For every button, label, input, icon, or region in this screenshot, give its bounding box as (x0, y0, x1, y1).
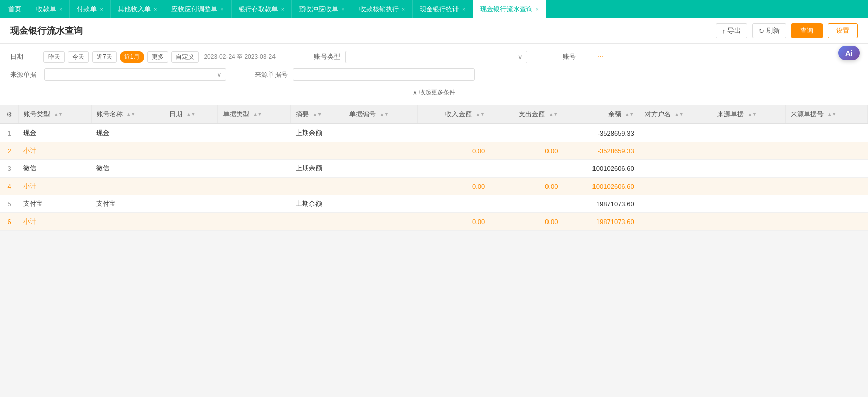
row-account-type: 小计 (18, 142, 91, 160)
table-col-summary: 摘要 ▲▼ (291, 105, 344, 124)
table-row: 6小计0.000.0019871073.60 (0, 213, 868, 231)
sort-date[interactable]: ▲▼ (187, 112, 196, 117)
row-doc-type (218, 142, 291, 160)
row-doc-type (218, 213, 291, 231)
row-source-doc (712, 195, 785, 213)
sort-counterpart[interactable]: ▲▼ (675, 112, 684, 117)
date-btn-today[interactable]: 今天 (68, 51, 89, 63)
account-type-arrow-icon: ∨ (518, 53, 523, 61)
source-doc-arrow-icon: ∨ (217, 71, 222, 78)
row-source-doc (712, 142, 785, 160)
date-btn-custom[interactable]: 自定义 (171, 51, 199, 63)
row-doc-type (218, 160, 291, 178)
nav-tab-7[interactable]: 现金银行统计 × (413, 0, 473, 18)
table-col-gear[interactable]: ⚙ (0, 105, 18, 124)
nav-tab-8[interactable]: 现金银行流水查询 × (473, 0, 546, 18)
data-table: ⚙ 账号类型 ▲▼ 账号名称 ▲▼ 日期 ▲▼ 单据类型 ▲▼ (0, 105, 868, 231)
row-date (164, 160, 217, 178)
ai-badge[interactable]: Ai (838, 46, 860, 60)
table-col-income: 收入金额 ▲▼ (417, 105, 490, 124)
row-expenditure: 0.00 (490, 142, 563, 160)
row-doc-no (344, 124, 417, 142)
close-tab-5-icon[interactable]: × (341, 6, 344, 12)
row-counterpart (639, 142, 712, 160)
top-nav: 首页 收款单 × 付款单 × 其他收入单 × 应收应付调整单 × 银行存取款单 … (0, 0, 868, 18)
sort-doc-type[interactable]: ▲▼ (253, 112, 262, 117)
row-date (164, 195, 217, 213)
account-dots-button[interactable]: ··· (593, 50, 608, 63)
row-doc-no (344, 178, 417, 195)
nav-tab-6[interactable]: 收款核销执行 × (352, 0, 413, 18)
sort-doc-no[interactable]: ▲▼ (380, 112, 389, 117)
date-btn-7days[interactable]: 近7天 (92, 51, 117, 63)
row-counterpart (639, 160, 712, 178)
account-type-select[interactable]: ∨ (345, 51, 527, 63)
date-label: 日期 (10, 52, 35, 61)
table-row: 4小计0.000.00100102606.60 (0, 178, 868, 195)
close-tab-2-icon[interactable]: × (154, 6, 157, 12)
nav-tab-0[interactable]: 收款单 × (29, 0, 70, 18)
row-balance: 100102606.60 (563, 178, 639, 195)
close-tab-4-icon[interactable]: × (281, 6, 284, 12)
sort-source-doc-no[interactable]: ▲▼ (827, 112, 836, 117)
table-row: 5支付宝支付宝上期余额19871073.60 (0, 195, 868, 213)
row-summary: 上期余额 (291, 195, 344, 213)
source-doc-select[interactable]: ∨ (44, 68, 226, 81)
close-tab-8-icon[interactable]: × (536, 6, 539, 12)
header-actions: ↑ 导出 ↻ 刷新 查询 设置 (716, 23, 858, 38)
row-income (417, 124, 490, 142)
date-btn-more[interactable]: 更多 (147, 51, 168, 63)
row-source-doc (712, 124, 785, 142)
row-income: 0.00 (417, 178, 490, 195)
table-row: 2小计0.000.00-3528659.33 (0, 142, 868, 160)
close-tab-3-icon[interactable]: × (220, 6, 223, 12)
nav-tab-1[interactable]: 付款单 × (70, 0, 110, 18)
sort-summary[interactable]: ▲▼ (313, 112, 322, 117)
table-row: 3微信微信上期余额100102606.60 (0, 160, 868, 178)
date-btn-1month[interactable]: 近1月 (120, 51, 145, 63)
nav-tab-4[interactable]: 银行存取款单 × (232, 0, 292, 18)
export-button[interactable]: ↑ 导出 (716, 23, 748, 38)
nav-tab-3[interactable]: 应收应付调整单 × (164, 0, 231, 18)
row-idx: 3 (0, 160, 18, 178)
collapse-up-icon: ∧ (413, 89, 417, 96)
row-counterpart (639, 124, 712, 142)
close-tab-0-icon[interactable]: × (59, 6, 62, 12)
row-income (417, 195, 490, 213)
sort-expenditure[interactable]: ▲▼ (549, 112, 558, 117)
row-counterpart (639, 178, 712, 195)
row-expenditure (490, 195, 563, 213)
close-tab-7-icon[interactable]: × (462, 6, 465, 12)
account-type-label: 账号类型 (314, 52, 340, 61)
settings-button[interactable]: 设置 (828, 23, 858, 38)
source-doc-label: 来源单据 (10, 70, 36, 79)
nav-tab-2[interactable]: 其他收入单 × (111, 0, 164, 18)
sort-income[interactable]: ▲▼ (476, 112, 485, 117)
row-source-doc (712, 160, 785, 178)
nav-tab-5[interactable]: 预收冲应收单 × (292, 0, 352, 18)
page-title: 现金银行流水查询 (10, 25, 83, 37)
nav-home[interactable]: 首页 (0, 0, 29, 18)
row-income: 0.00 (417, 142, 490, 160)
row-summary (291, 178, 344, 195)
row-source-doc-no (785, 142, 867, 160)
collapse-bar[interactable]: ∧ 收起更多条件 (10, 86, 858, 101)
source-doc-num-input[interactable] (293, 68, 475, 81)
sort-account-type[interactable]: ▲▼ (54, 112, 63, 117)
close-tab-6-icon[interactable]: × (402, 6, 405, 12)
row-summary: 上期余额 (291, 124, 344, 142)
row-summary: 上期余额 (291, 160, 344, 178)
close-tab-1-icon[interactable]: × (100, 6, 103, 12)
date-btn-yesterday[interactable]: 昨天 (43, 51, 65, 63)
sort-source-doc[interactable]: ▲▼ (748, 112, 757, 117)
refresh-button[interactable]: ↻ 刷新 (752, 23, 786, 38)
row-source-doc (712, 213, 785, 231)
sort-account-name[interactable]: ▲▼ (126, 112, 135, 117)
row-account-name: 支付宝 (91, 195, 164, 213)
row-doc-type (218, 178, 291, 195)
query-button[interactable]: 查询 (791, 23, 823, 38)
row-summary (291, 142, 344, 160)
row-account-type: 微信 (18, 160, 91, 178)
table-col-source-doc: 来源单据 ▲▼ (712, 105, 785, 124)
sort-balance[interactable]: ▲▼ (625, 112, 634, 117)
